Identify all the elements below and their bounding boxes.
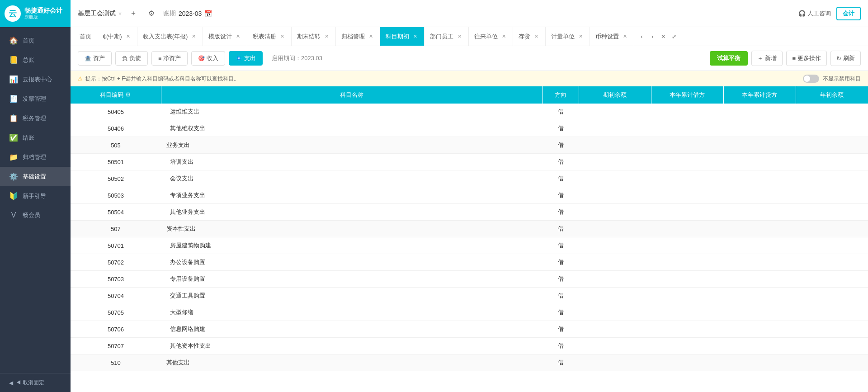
table-row[interactable]: 50703 专用设备购置 借 bbox=[71, 271, 868, 288]
logo-text-block: 畅捷通好会计 旗舰版 bbox=[24, 7, 62, 21]
cell-debit bbox=[651, 137, 723, 154]
tab-unit[interactable]: 计量单位✕ bbox=[546, 27, 590, 46]
sidebar-label-reports: 云报表中心 bbox=[23, 76, 52, 84]
cell-code: 507 bbox=[71, 221, 161, 237]
cell-year bbox=[796, 154, 868, 170]
dropdown-icon[interactable]: ▾ bbox=[118, 10, 122, 17]
more-btn[interactable]: ≡ 更多操作 bbox=[786, 51, 827, 66]
sidebar-item-reports[interactable]: 📊 云报表中心 bbox=[0, 70, 71, 89]
sidebar-item-settle[interactable]: ✅ 结账 bbox=[0, 128, 71, 147]
tab-close-unit[interactable]: ✕ bbox=[577, 33, 584, 40]
table-row[interactable]: 50503 专项业务支出 借 bbox=[71, 187, 868, 204]
table-wrap[interactable]: 科目编码 ⚙ 科目名称 方向 期初余额 本年累计借方 本年累计贷方 年初余额 5… bbox=[71, 86, 868, 392]
cell-credit bbox=[723, 170, 796, 187]
tab-subject_init[interactable]: 科目期初✕ bbox=[380, 27, 425, 46]
table-row[interactable]: 50701 房屋建筑物购建 借 bbox=[71, 237, 868, 254]
tab-close-subject_init[interactable]: ✕ bbox=[412, 33, 419, 40]
cell-balance bbox=[579, 321, 651, 338]
tab-period_end[interactable]: 期末结转✕ bbox=[292, 27, 336, 46]
refresh-label: 刷新 bbox=[843, 54, 855, 62]
cell-debit bbox=[651, 338, 723, 354]
sidebar-item-guide[interactable]: 🔰 新手引导 bbox=[0, 186, 71, 206]
sidebar-item-ledger[interactable]: 📒 总账 bbox=[0, 50, 71, 70]
tab-income[interactable]: 收入支出表(年报)✕ bbox=[137, 27, 203, 46]
cell-dir: 借 bbox=[542, 321, 579, 338]
table-row[interactable]: 50707 其他资本性支出 借 bbox=[71, 338, 868, 354]
cell-name: 交通工具购置 bbox=[161, 288, 542, 304]
tab-close-period_end[interactable]: ✕ bbox=[323, 33, 330, 40]
cell-balance bbox=[579, 254, 651, 271]
cell-balance bbox=[579, 288, 651, 304]
tab-home[interactable]: 首页 bbox=[74, 27, 97, 46]
toggle-disabled-subjects[interactable] bbox=[803, 75, 819, 83]
add-btn[interactable]: ＋ 新增 bbox=[751, 51, 783, 66]
tab-inventory[interactable]: 存货✕ bbox=[513, 27, 546, 46]
tab-currency[interactable]: 币种设置✕ bbox=[590, 27, 634, 46]
subtab-net_asset[interactable]: ≡ 净资产 bbox=[151, 51, 188, 66]
help-btn[interactable]: 🎧 人工咨询 bbox=[798, 9, 831, 18]
sidebar-item-invoice[interactable]: 🧾 发票管理 bbox=[0, 89, 71, 109]
tab-template[interactable]: 模版设计✕ bbox=[203, 27, 247, 46]
tab-archive[interactable]: 归档管理✕ bbox=[336, 27, 380, 46]
tab-mid[interactable]: ₵(中期)✕ bbox=[97, 27, 137, 46]
add-tab-btn[interactable]: ＋ bbox=[127, 7, 140, 20]
table-row[interactable]: 50405 运维维支出 借 bbox=[71, 104, 868, 120]
refresh-btn[interactable]: ↻ 刷新 bbox=[830, 51, 861, 66]
table-row[interactable]: 507 资本性支出 借 bbox=[71, 221, 868, 237]
sidebar-item-tax[interactable]: 📋 税务管理 bbox=[0, 109, 71, 128]
tab-close-inventory[interactable]: ✕ bbox=[533, 33, 540, 40]
sidebar-item-member[interactable]: V 畅会员 bbox=[0, 206, 71, 225]
settings-icon[interactable]: ⚙ bbox=[145, 7, 158, 20]
tab-close-template[interactable]: ✕ bbox=[235, 33, 241, 40]
cell-balance bbox=[579, 338, 651, 354]
subtab-income[interactable]: 🎯 收入 bbox=[191, 51, 225, 66]
tab-expand-btn[interactable]: ⤢ bbox=[669, 31, 679, 42]
table-row[interactable]: 50502 会议支出 借 bbox=[71, 170, 868, 187]
table-row[interactable]: 50704 交通工具购置 借 bbox=[71, 288, 868, 304]
cell-name: 专用设备购置 bbox=[161, 271, 542, 288]
tab-dept[interactable]: 部门员工✕ bbox=[425, 27, 469, 46]
sidebar-item-archive[interactable]: 📁 归档管理 bbox=[0, 147, 71, 167]
balance-btn[interactable]: 试算平衡 bbox=[710, 51, 748, 66]
cell-dir: 借 bbox=[542, 338, 579, 354]
tab-close-currency[interactable]: ✕ bbox=[622, 33, 628, 40]
tab-customer[interactable]: 往来单位✕ bbox=[469, 27, 513, 46]
sidebar-item-settings[interactable]: ⚙️ 基础设置 bbox=[0, 167, 71, 186]
table-row[interactable]: 50501 培训支出 借 bbox=[71, 154, 868, 170]
subtab-expense[interactable]: 💠 支出 bbox=[229, 51, 263, 66]
column-settings-icon[interactable]: ⚙ bbox=[125, 91, 131, 98]
tab-close-customer[interactable]: ✕ bbox=[500, 33, 507, 40]
table-row[interactable]: 50706 信息网络购建 借 bbox=[71, 321, 868, 338]
table-row[interactable]: 50705 大型修缮 借 bbox=[71, 304, 868, 321]
calendar-icon[interactable]: 📅 bbox=[204, 10, 212, 17]
tab-tax[interactable]: 税表清册✕ bbox=[247, 27, 292, 46]
tab-close-mid[interactable]: ✕ bbox=[125, 33, 132, 40]
subtab-liability[interactable]: 负 负债 bbox=[115, 51, 148, 66]
tabbar: 首页₵(中期)✕收入支出表(年报)✕模版设计✕税表清册✕期末结转✕归档管理✕科目… bbox=[71, 27, 868, 46]
account-btn[interactable]: 会计 bbox=[836, 7, 861, 20]
tab-close-all-btn[interactable]: ✕ bbox=[658, 31, 669, 42]
tab-label-archive: 归档管理 bbox=[341, 33, 365, 41]
subtab-asset[interactable]: 🏦 资产 bbox=[78, 51, 112, 66]
cell-year bbox=[796, 137, 868, 154]
tab-close-income[interactable]: ✕ bbox=[190, 33, 197, 40]
table-row[interactable]: 50406 其他维权支出 借 bbox=[71, 120, 868, 137]
sidebar-footer-btn[interactable]: ◀ ◀ 取消固定 bbox=[0, 373, 71, 392]
cell-name: 培训支出 bbox=[161, 154, 542, 170]
period-tag: 启用期间：2023.03 bbox=[272, 54, 322, 62]
table-row[interactable]: 505 业务支出 借 bbox=[71, 137, 868, 154]
member-icon: V bbox=[9, 211, 18, 219]
sidebar-item-home[interactable]: 🏠 首页 bbox=[0, 31, 71, 50]
table-row[interactable]: 50504 其他业务支出 借 bbox=[71, 204, 868, 221]
tab-close-archive[interactable]: ✕ bbox=[368, 33, 374, 40]
tab-close-dept[interactable]: ✕ bbox=[456, 33, 463, 40]
cell-name: 会议支出 bbox=[161, 170, 542, 187]
table-row[interactable]: 50702 办公设备购置 借 bbox=[71, 254, 868, 271]
subtab-label-liability: 负债 bbox=[129, 54, 141, 62]
tab-close-tax[interactable]: ✕ bbox=[279, 33, 286, 40]
table-row[interactable]: 510 其他支出 借 bbox=[71, 354, 868, 371]
cell-balance bbox=[579, 137, 651, 154]
net-asset-icon: ≡ bbox=[158, 55, 161, 61]
tab-next-btn[interactable]: › bbox=[647, 31, 658, 42]
tab-prev-btn[interactable]: ‹ bbox=[636, 31, 647, 42]
